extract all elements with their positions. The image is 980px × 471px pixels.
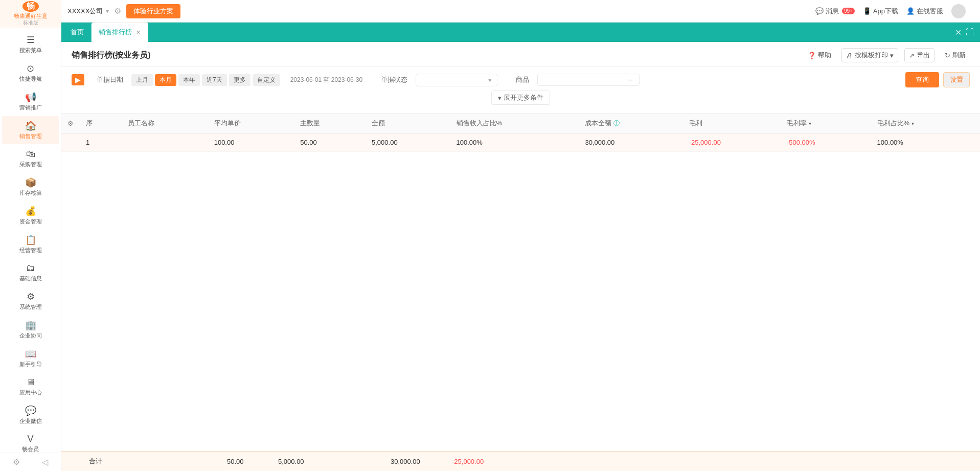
settings-button[interactable]: 设置 [943,72,970,87]
cell-settings-0 [61,133,80,152]
status-chevron-icon: ▾ [488,76,492,84]
th-gross-rate: 毛利率 ▾ [781,114,871,133]
cell-employee-0 [122,133,208,152]
sidebar-marketing-icon: 📢 [25,92,36,103]
sidebar-item-inventory[interactable]: 📦库存核算 [2,173,59,201]
date-option-自定义[interactable]: 自定义 [253,74,280,86]
th-cost: 成本全额 ⓘ [579,114,682,133]
th-avg-price: 平均单价 [208,114,294,133]
trial-button[interactable]: 体验行业方案 [126,4,180,18]
sidebar-purchase-icon: 🛍 [26,149,35,160]
sidebar-basic-icon: 🗂 [26,263,35,274]
sidebar-wechat-label: 企业微信 [19,417,42,425]
cost-info-icon: ⓘ [613,120,620,127]
tab-home[interactable]: 首页 [63,23,92,42]
help-icon: ❓ [808,52,816,59]
date-option-更多[interactable]: 更多 [229,74,250,86]
goods-more-icon: ··· [629,76,634,83]
goods-select[interactable]: ··· [537,74,640,86]
cell-sales-pct-0: 100.00% [450,133,579,152]
th-sales-pct: 销售收入占比% [450,114,579,133]
sidebar-apps-icon: 🖥 [26,377,35,388]
date-options: 上月本月本年近7天更多自定义 [131,74,280,86]
collapse-icon[interactable]: ▶ [72,74,84,85]
status-select[interactable]: ▾ [416,74,497,86]
topbar-right: 💬 消息 99+ 📱 App下载 👤 在线客服 [815,4,974,18]
message-action[interactable]: 💬 消息 99+ [815,7,855,16]
sidebar-item-operation[interactable]: 📋经营管理 [2,230,59,258]
query-button[interactable]: 查询 [905,72,939,87]
sidebar-item-wechat[interactable]: 💬企业微信 [2,401,59,429]
tab-sales-rank[interactable]: 销售排行榜 ✕ [92,23,148,42]
sidebar-item-shortcut[interactable]: ⊙快捷导航 [2,59,59,87]
content-area: 销售排行榜(按业务员) ❓ 帮助 🖨 按模板打印 ▾ ↗ 导出 ↻ 刷新 [61,42,980,471]
sidebar-enterprise-icon: 🏢 [25,320,36,331]
online-service-action[interactable]: 👤 在线客服 [906,7,943,16]
filter-row-1: ▶ 单据日期 上月本月本年近7天更多自定义 2023-06-01 至 2023-… [72,72,970,87]
date-option-近7天[interactable]: 近7天 [202,74,227,86]
sidebar-item-guide[interactable]: 📖新手引导 [2,344,59,372]
sidebar-purchase-label: 采购管理 [19,161,42,168]
sidebar-shortcut-label: 快捷导航 [19,75,42,83]
page-title: 销售排行榜(按业务员) [72,50,151,61]
topbar-settings-icon[interactable]: ⚙ [114,6,121,16]
company-chevron-icon: ▾ [106,8,109,15]
tab-close-icon[interactable]: ✕ [136,29,141,36]
sidebar-member-icon: V [27,434,33,444]
tab-home-label: 首页 [71,28,84,37]
cell-avg-price-0: 100.00 [208,133,294,152]
footer-total: 5,000.00 [272,458,323,465]
sidebar-apps-label: 应用中心 [19,389,42,396]
th-total: 全额 [366,114,450,133]
sidebar-item-purchase[interactable]: 🛍采购管理 [2,145,59,172]
sidebar-item-system[interactable]: ⚙系统管理 [2,287,59,315]
th-gross-pct-sort-icon: ▾ [911,121,914,126]
cell-total-0: 5,000.00 [366,133,450,152]
sidebar: 畅 畅康通好生意 标准版 ☰搜索菜单⊙快捷导航📢营销推广🏠销售管理🛍采购管理📦库… [0,0,61,471]
table-row: 1 100.00 50.00 5,000.00 100.00% 30,000.0… [61,133,980,152]
tab-maximize-icon[interactable]: ⛶ [966,28,974,37]
th-main-qty: 主数量 [294,114,366,133]
sidebar-basic-label: 基础信息 [19,275,42,282]
sidebar-operation-icon: 📋 [25,234,36,245]
refresh-button[interactable]: ↻ 刷新 [941,49,970,62]
tabbar-right: ✕ ⛶ [955,28,978,37]
company-selector[interactable]: XXXXX公司 ▾ [67,7,109,16]
sidebar-item-member[interactable]: V畅会员 [2,430,59,453]
tab-close-window-icon[interactable]: ✕ [955,28,962,37]
sidebar-search-icon: ☰ [27,34,35,46]
help-button[interactable]: ❓ 帮助 [804,49,835,62]
sidebar-collapse-icon[interactable]: ◁ [42,457,48,467]
filter-area: ▶ 单据日期 上月本月本年近7天更多自定义 2023-06-01 至 2023-… [61,67,980,114]
sidebar-enterprise-label: 企业协同 [19,332,42,340]
topbar: XXXXX公司 ▾ ⚙ 体验行业方案 💬 消息 99+ 📱 App下载 👤 在线… [61,0,980,23]
date-option-上月[interactable]: 上月 [131,74,153,86]
app-download-action[interactable]: 📱 App下载 [863,7,898,16]
print-button[interactable]: 🖨 按模板打印 ▾ [841,48,898,62]
sidebar-inventory-icon: 📦 [25,177,36,188]
th-employee: 员工名称 [122,114,208,133]
sidebar-item-marketing[interactable]: 📢营销推广 [2,87,59,116]
sidebar-item-finance[interactable]: 💰资金管理 [2,201,59,230]
footer-gross: -25,000.00 [446,458,497,465]
date-range: 2023-06-01 至 2023-06-30 [290,76,362,84]
export-button[interactable]: ↗ 导出 [904,48,935,62]
user-avatar[interactable] [951,4,966,18]
sidebar-item-basic[interactable]: 🗂基础信息 [2,259,59,286]
gear-icon[interactable]: ⚙ [67,120,74,127]
sidebar-logo: 畅 畅康通好生意 标准版 [0,0,61,28]
sidebar-wechat-icon: 💬 [25,405,36,416]
sidebar-item-apps[interactable]: 🖥应用中心 [2,373,59,400]
sidebar-item-enterprise[interactable]: 🏢企业协同 [2,316,59,344]
sidebar-settings-icon[interactable]: ⚙ [13,457,20,467]
data-table: ⚙ 序 员工名称 平均单价 主数量 全额 销售收入占比% 成本全额 ⓘ 毛利 毛… [61,114,980,152]
footer-main-qty: 50.00 [221,458,272,465]
sidebar-item-sales[interactable]: 🏠销售管理 [2,116,59,144]
table-header-row: ⚙ 序 员工名称 平均单价 主数量 全额 销售收入占比% 成本全额 ⓘ 毛利 毛… [61,114,980,133]
date-option-本年[interactable]: 本年 [178,74,200,86]
date-option-本月[interactable]: 本月 [155,74,176,86]
cell-cost-0: 30,000.00 [579,133,682,152]
filter-row-2: ▾ 展开更多条件 [72,91,970,105]
sidebar-item-search[interactable]: ☰搜索菜单 [2,30,59,58]
expand-button[interactable]: ▾ 展开更多条件 [491,91,550,105]
